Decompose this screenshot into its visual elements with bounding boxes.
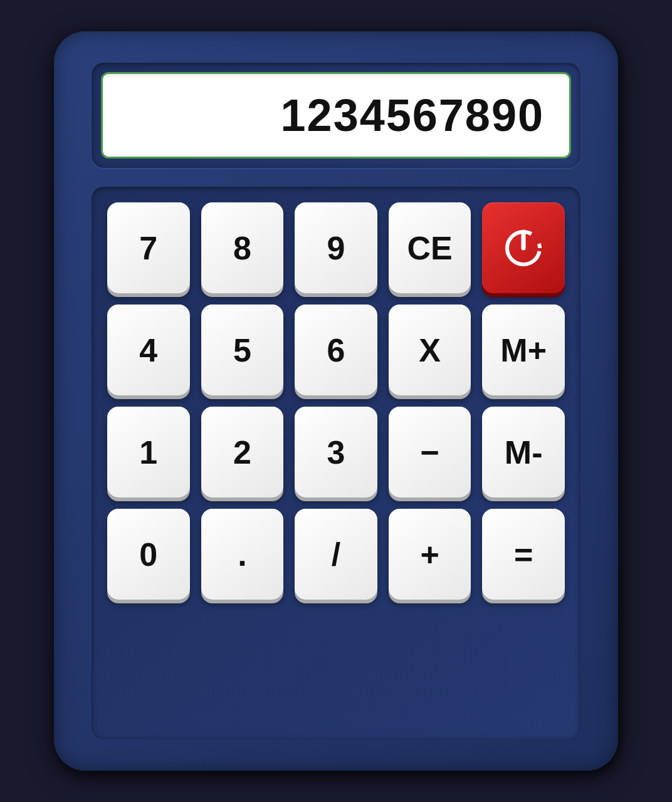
calculator: 1234567890 7 8 9 CE 4 5 6 X M+ 1 — [54, 31, 618, 771]
key-4[interactable]: 4 — [107, 305, 190, 395]
key-7[interactable]: 7 — [107, 202, 190, 293]
key-equals[interactable]: = — [482, 509, 565, 600]
display-container: 1234567890 — [92, 63, 580, 168]
key-0[interactable]: 0 — [107, 509, 190, 600]
key-2[interactable]: 2 — [201, 407, 284, 497]
key-multiply[interactable]: X — [389, 305, 471, 395]
keypad: 7 8 9 CE 4 5 6 X M+ 1 2 3 − M- — [92, 187, 580, 739]
key-decimal[interactable]: . — [201, 509, 284, 600]
key-row-1: 7 8 9 CE — [107, 202, 565, 293]
key-add[interactable]: + — [389, 509, 471, 600]
key-power[interactable] — [482, 202, 565, 293]
key-5[interactable]: 5 — [201, 305, 284, 395]
key-row-2: 4 5 6 X M+ — [107, 305, 565, 395]
key-divide[interactable]: / — [295, 509, 377, 600]
display-screen: 1234567890 — [101, 72, 571, 159]
power-icon — [501, 226, 545, 270]
key-mem-minus[interactable]: M- — [482, 407, 565, 497]
key-1[interactable]: 1 — [107, 407, 190, 497]
key-9[interactable]: 9 — [295, 202, 377, 293]
key-6[interactable]: 6 — [295, 305, 377, 395]
key-mem-plus[interactable]: M+ — [482, 305, 565, 395]
key-row-4: 0 . / + = — [107, 509, 565, 600]
key-subtract[interactable]: − — [389, 407, 471, 497]
key-ce[interactable]: CE — [389, 202, 471, 293]
key-3[interactable]: 3 — [295, 407, 377, 497]
key-row-3: 1 2 3 − M- — [107, 407, 565, 497]
key-8[interactable]: 8 — [201, 202, 284, 293]
